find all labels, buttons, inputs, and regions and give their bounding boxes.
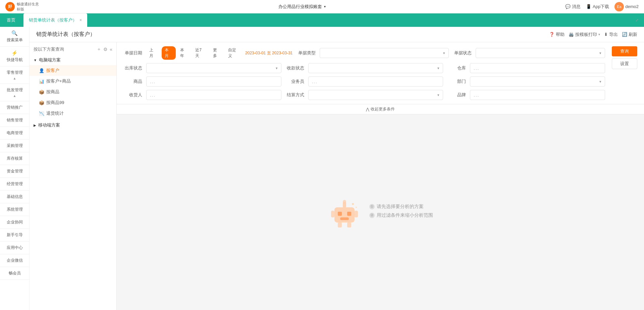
svg-rect-1 bbox=[338, 212, 342, 216]
goods99-scheme-icon: 📦 bbox=[39, 100, 44, 105]
empty-tips: ① 请先选择要分析的方案 ② 用过滤条件来缩小分析范围 bbox=[369, 204, 433, 221]
svg-rect-7 bbox=[355, 211, 358, 217]
this-year-btn[interactable]: 本年 bbox=[177, 46, 191, 60]
customer-goods-scheme-icon: 📊 bbox=[39, 79, 44, 84]
collapse-bar[interactable]: ⋀ 收起更多条件 bbox=[117, 104, 644, 114]
date-label: 单据日期 bbox=[123, 50, 142, 56]
page-body: 按以下方案查询 ＋ ⚙ « ▼ 电脑端方案 👤 按客户 bbox=[30, 42, 644, 310]
sidebar-item-search-menu[interactable]: 🔍 搜索菜单 bbox=[0, 27, 29, 47]
custom-btn[interactable]: 自定义 bbox=[225, 46, 243, 60]
warehouse-label: 仓库 bbox=[447, 65, 466, 71]
header-left: 好 畅捷通好生意 标版 bbox=[5, 2, 39, 11]
scheme-goods-99[interactable]: 📦 按商品99 bbox=[30, 97, 116, 108]
export-icon: ⬇ bbox=[604, 32, 608, 37]
more-btn[interactable]: 更多 bbox=[210, 46, 224, 60]
dept-control[interactable]: ▾ bbox=[470, 76, 605, 87]
settings-scheme-btn[interactable]: ⚙ bbox=[103, 47, 108, 52]
receiver-control[interactable]: ... bbox=[146, 90, 281, 100]
filter-row-1: 单据日期 上月 本月 本年 近7天 更多 自定义 bbox=[123, 46, 605, 60]
salesperson-dots: ... bbox=[312, 79, 318, 84]
sidebar-item-operations[interactable]: 经营管理 bbox=[0, 178, 29, 191]
collapse-panel-btn[interactable]: « bbox=[110, 47, 112, 52]
date-range-display: 2023-03-01 至 2023-03-31 bbox=[245, 50, 292, 56]
company-selector[interactable]: 办公用品行业模拟账套 ▾ bbox=[278, 4, 326, 10]
delivery-arrow: ▾ bbox=[276, 66, 278, 70]
sidebar-item-enterprise[interactable]: 企业协同 bbox=[0, 216, 29, 229]
tab-bar-right: ⤢ bbox=[635, 18, 644, 22]
tab-close-btn[interactable]: × bbox=[79, 18, 82, 22]
return-scheme-icon: 📉 bbox=[39, 111, 44, 116]
sidebar-item-new-guide[interactable]: 新手引导 bbox=[0, 229, 29, 242]
dept-label: 部门 bbox=[447, 79, 466, 85]
company-dropdown-arrow[interactable]: ▾ bbox=[324, 5, 326, 8]
payment-method-control[interactable]: ▾ bbox=[308, 90, 443, 100]
print-dropdown-arrow[interactable]: ▾ bbox=[598, 33, 600, 36]
delivery-control[interactable]: ▾ bbox=[146, 63, 281, 73]
sidebar-item-app-center[interactable]: 应用中心 bbox=[0, 242, 29, 254]
payment-method-arrow: ▾ bbox=[437, 93, 439, 97]
logo-text: 畅捷通好生意 标版 bbox=[17, 2, 39, 11]
sidebar-item-member[interactable]: 畅会员 bbox=[0, 267, 29, 280]
this-month-btn[interactable]: 本月 bbox=[162, 46, 176, 60]
sidebar-item-system[interactable]: 系统管理 bbox=[0, 203, 29, 216]
mobile-group-title[interactable]: ▶ 移动端方案 bbox=[30, 120, 116, 130]
sidebar-item-retail-mgmt[interactable]: 零售管理 ▲ bbox=[0, 66, 29, 84]
svg-point-5 bbox=[343, 200, 346, 203]
wholesale-arrow-icon: ▲ bbox=[13, 94, 16, 98]
message-btn[interactable]: 💬 消息 bbox=[565, 4, 581, 10]
mobile-scheme-group: ▶ 移动端方案 bbox=[30, 120, 116, 130]
sidebar-item-purchase-mgmt[interactable]: 采购管理 bbox=[0, 140, 29, 152]
tip-num-1: ① bbox=[369, 204, 375, 209]
svg-rect-9 bbox=[347, 222, 351, 227]
avatar: Ea bbox=[614, 2, 624, 11]
maximize-btn[interactable]: ⤢ bbox=[635, 18, 639, 22]
print-btn[interactable]: 🖨️ 按模板打印 ▾ bbox=[569, 32, 600, 38]
scheme-by-goods[interactable]: 📦 按商品 bbox=[30, 87, 116, 97]
payment-status-control[interactable]: ▾ bbox=[308, 63, 443, 73]
empty-state-icon bbox=[328, 196, 361, 229]
tab-active[interactable]: 销货单统计表（按客户） × bbox=[23, 13, 87, 27]
sidebar-item-marketing[interactable]: 营销推广 bbox=[0, 101, 29, 114]
add-scheme-btn[interactable]: ＋ bbox=[97, 46, 101, 52]
export-btn[interactable]: ⬇ 导出 bbox=[604, 32, 618, 38]
goods-label: 商品 bbox=[123, 79, 142, 85]
page-actions: ❓ 帮助 🖨️ 按模板打印 ▾ ⬇ 导出 🔄 刷新 bbox=[549, 32, 637, 38]
logo-icon: 好 bbox=[5, 2, 15, 11]
sidebar-item-ecommerce[interactable]: 电商管理 bbox=[0, 127, 29, 140]
sidebar-item-wholesale-mgmt[interactable]: 批发管理 ▲ bbox=[0, 84, 29, 101]
order-status-control[interactable]: ▾ bbox=[476, 48, 605, 58]
desktop-group-title[interactable]: ▼ 电脑端方案 bbox=[30, 55, 116, 65]
sidebar-item-inventory[interactable]: 库存核算 bbox=[0, 152, 29, 165]
payment-status-label: 收款状态 bbox=[285, 65, 304, 71]
desktop-scheme-group: ▼ 电脑端方案 👤 按客户 📊 按客户+商品 📦 按商品 bbox=[30, 55, 116, 119]
svg-point-11 bbox=[356, 207, 357, 208]
goods-dots: ... bbox=[150, 79, 156, 84]
sidebar-item-quick-nav[interactable]: ⚡ 快捷导航 bbox=[0, 47, 29, 66]
order-type-control[interactable]: ▾ bbox=[320, 48, 449, 58]
help-btn[interactable]: ❓ 帮助 bbox=[549, 32, 565, 38]
salesperson-control[interactable]: ... bbox=[308, 76, 443, 87]
user-menu[interactable]: Ea demo2 bbox=[614, 2, 639, 11]
sidebar-item-sales-mgmt[interactable]: 销售管理 bbox=[0, 114, 29, 127]
collapse-more-btn[interactable]: ⋀ 收起更多条件 bbox=[366, 106, 395, 112]
sidebar-item-basic-info[interactable]: 基础信息 bbox=[0, 191, 29, 203]
scheme-customer-goods[interactable]: 📊 按客户+商品 bbox=[30, 76, 116, 87]
date-quick-btns: 上月 本月 本年 近7天 更多 自定义 bbox=[146, 46, 243, 60]
sidebar-item-finance[interactable]: 资金管理 bbox=[0, 165, 29, 178]
last7-btn[interactable]: 近7天 bbox=[192, 46, 208, 60]
refresh-btn[interactable]: 🔄 刷新 bbox=[622, 32, 637, 38]
scheme-by-customer[interactable]: 👤 按客户 bbox=[30, 65, 116, 76]
scheme-return-stats[interactable]: 📉 退货统计 bbox=[30, 108, 116, 119]
refresh-icon: 🔄 bbox=[622, 32, 627, 37]
sidebar-item-wechat-biz[interactable]: 企业微信 bbox=[0, 254, 29, 267]
tab-home[interactable]: 首页 bbox=[0, 13, 22, 27]
setting-btn[interactable]: 设置 bbox=[612, 58, 637, 69]
left-panel: 按以下方案查询 ＋ ⚙ « ▼ 电脑端方案 👤 按客户 bbox=[30, 42, 117, 310]
search-btn[interactable]: 查询 bbox=[612, 46, 637, 56]
app-download-btn[interactable]: 📱 App下载 bbox=[586, 4, 609, 10]
brand-control[interactable]: ... bbox=[470, 90, 605, 100]
last-month-btn[interactable]: 上月 bbox=[146, 46, 160, 60]
warehouse-control[interactable]: ... bbox=[470, 63, 605, 73]
filter-row-2: 出库状态 ▾ 收款状态 ▾ 仓库 bbox=[123, 63, 605, 73]
goods-control[interactable]: ... bbox=[146, 76, 281, 87]
